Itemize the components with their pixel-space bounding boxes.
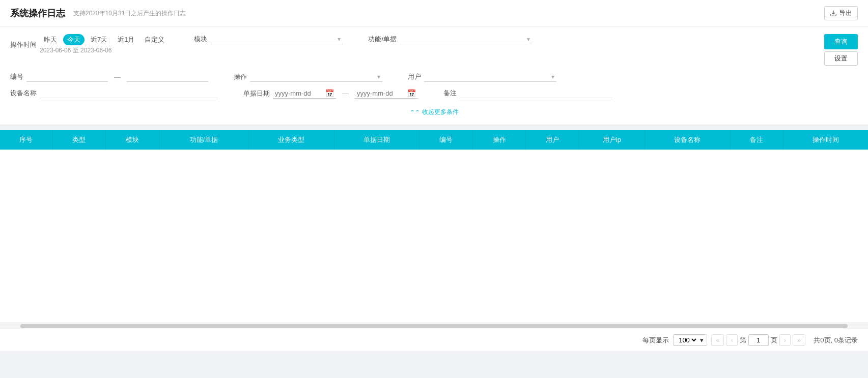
filter-panel: 操作时间 昨天 今天 近7天 近1月 自定义 2023-06-06 至 2023…	[0, 27, 868, 125]
device-label: 设备名称	[10, 89, 37, 98]
number-label: 编号	[10, 72, 23, 81]
collapse-icon: ⌃⌃	[410, 109, 420, 116]
date-shortcuts: 昨天 今天 近7天 近1月 自定义	[40, 34, 169, 45]
col-function: 功能/单据	[159, 130, 248, 150]
col-op-time: 操作时间	[783, 130, 868, 150]
date-range-text: 2023-06-06 至 2023-06-06	[40, 46, 169, 55]
chevron-down-icon-4: ▾	[551, 73, 554, 80]
total-info: 共0页, 0条记录	[814, 336, 858, 345]
col-module: 模块	[106, 130, 159, 150]
doc-date-filter: 单据日期 📅 — 📅	[243, 88, 418, 99]
export-label: 导出	[839, 9, 852, 18]
doc-date-from-input[interactable]	[275, 90, 323, 97]
date-btn-today[interactable]: 今天	[63, 34, 85, 45]
action-buttons: 查询 设置	[824, 34, 858, 66]
page-size-dropdown[interactable]: 100 10 20 50 200	[677, 336, 698, 344]
date-btn-1month[interactable]: 近1月	[114, 34, 138, 45]
date-btn-7days[interactable]: 近7天	[87, 34, 111, 45]
module-filter: 模块 ▾	[194, 34, 343, 44]
table-header-row: 序号 类型 模块 功能/单据 业务类型 单据日期 编号 操作 用户 用户ip 设…	[0, 130, 868, 150]
filter-row-1: 操作时间 昨天 今天 近7天 近1月 自定义 2023-06-06 至 2023…	[10, 34, 858, 66]
export-icon	[830, 10, 837, 17]
filter-row-3: 设备名称 单据日期 📅 — 📅 备注	[10, 88, 858, 99]
col-device: 设备名称	[645, 130, 730, 150]
col-doc-date: 单据日期	[334, 130, 419, 150]
remarks-label: 备注	[443, 89, 457, 98]
col-biz-type: 业务类型	[249, 130, 334, 150]
range-separator: —	[114, 73, 121, 81]
chevron-down-icon: ▾	[338, 36, 341, 43]
user-label: 用户	[408, 72, 421, 81]
pagination: 每页显示 100 10 20 50 200 ▾ « ‹ 第 页 › » 共0页,…	[0, 329, 868, 351]
operation-label: 操作	[234, 72, 247, 81]
date-btn-yesterday[interactable]: 昨天	[40, 34, 61, 45]
last-page-button[interactable]: »	[793, 334, 805, 346]
calendar-icon-1[interactable]: 📅	[325, 89, 334, 97]
col-number: 编号	[419, 130, 472, 150]
empty-area	[0, 150, 868, 323]
operation-time-filter: 操作时间 昨天 今天 近7天 近1月 自定义 2023-06-06 至 2023…	[10, 34, 169, 55]
number-from-input[interactable]	[26, 72, 108, 82]
collapse-bar: ⌃⌃ 收起更多条件	[10, 105, 858, 122]
page-header: 系统操作日志 支持2020年10月31日之后产生的操作日志 导出	[0, 0, 868, 27]
remarks-filter: 备注	[443, 88, 612, 98]
doc-date-from-group[interactable]: 📅	[273, 88, 336, 99]
page-number-input[interactable]	[748, 334, 769, 346]
prev-page-button[interactable]: ‹	[726, 334, 737, 346]
function-filter: 功能/单据 ▾	[368, 34, 532, 44]
doc-date-label: 单据日期	[243, 89, 270, 98]
scroll-thumb[interactable]	[20, 324, 848, 328]
function-input[interactable]	[402, 35, 527, 43]
page-subtitle: 支持2020年10月31日之后产生的操作日志	[73, 9, 186, 18]
operation-filter: 操作 ▾	[234, 72, 382, 82]
number-to-input[interactable]	[127, 72, 208, 82]
collapse-button[interactable]: ⌃⌃ 收起更多条件	[410, 108, 459, 117]
page-size-chevron: ▾	[700, 336, 704, 344]
col-user: 用户	[526, 130, 579, 150]
function-select[interactable]: ▾	[400, 34, 532, 44]
col-user-ip: 用户ip	[579, 130, 645, 150]
doc-date-to-input[interactable]	[357, 90, 405, 97]
module-select[interactable]: ▾	[210, 34, 343, 44]
doc-date-to-group[interactable]: 📅	[355, 88, 418, 99]
page-size-select[interactable]: 100 10 20 50 200 ▾	[673, 334, 707, 346]
user-select[interactable]: ▾	[424, 72, 556, 82]
filter-row-2: 编号 — 操作 ▾ 用户 ▾	[10, 72, 858, 82]
page-label: 第	[740, 336, 746, 345]
calendar-icon-2[interactable]: 📅	[407, 89, 416, 97]
page-unit: 页	[771, 336, 777, 345]
collapse-label: 收起更多条件	[422, 108, 459, 117]
user-input[interactable]	[426, 73, 551, 80]
query-button[interactable]: 查询	[824, 34, 858, 49]
function-label: 功能/单据	[368, 35, 397, 44]
page-title: 系统操作日志	[10, 7, 65, 19]
operation-time-label: 操作时间	[10, 40, 37, 49]
next-page-button[interactable]: ›	[779, 334, 791, 346]
first-page-button[interactable]: «	[711, 334, 724, 346]
col-operation: 操作	[472, 130, 525, 150]
doc-date-separator: —	[342, 90, 349, 97]
col-seq: 序号	[0, 130, 52, 150]
col-type: 类型	[52, 130, 105, 150]
operation-input[interactable]	[252, 73, 377, 80]
device-input[interactable]	[40, 88, 218, 98]
module-label: 模块	[194, 35, 207, 44]
date-shortcuts-wrap: 昨天 今天 近7天 近1月 自定义 2023-06-06 至 2023-06-0…	[40, 34, 169, 55]
remarks-input[interactable]	[460, 88, 612, 98]
number-filter: 编号 —	[10, 72, 208, 82]
chevron-down-icon-2: ▾	[527, 36, 530, 43]
scroll-bar-area[interactable]	[0, 323, 868, 329]
operation-select[interactable]: ▾	[250, 72, 382, 82]
date-btn-custom[interactable]: 自定义	[141, 34, 169, 45]
settings-button[interactable]: 设置	[824, 51, 858, 66]
module-input[interactable]	[212, 35, 338, 43]
chevron-down-icon-3: ▾	[377, 73, 380, 80]
export-button[interactable]: 导出	[824, 6, 858, 20]
device-filter: 设备名称	[10, 88, 218, 98]
user-filter: 用户 ▾	[408, 72, 556, 82]
col-remarks: 备注	[730, 130, 783, 150]
data-table: 序号 类型 模块 功能/单据 业务类型 单据日期 编号 操作 用户 用户ip 设…	[0, 130, 868, 150]
table-container: 序号 类型 模块 功能/单据 业务类型 单据日期 编号 操作 用户 用户ip 设…	[0, 130, 868, 323]
per-page-label: 每页显示	[642, 336, 669, 345]
page-nav: « ‹ 第 页 › »	[711, 334, 805, 346]
